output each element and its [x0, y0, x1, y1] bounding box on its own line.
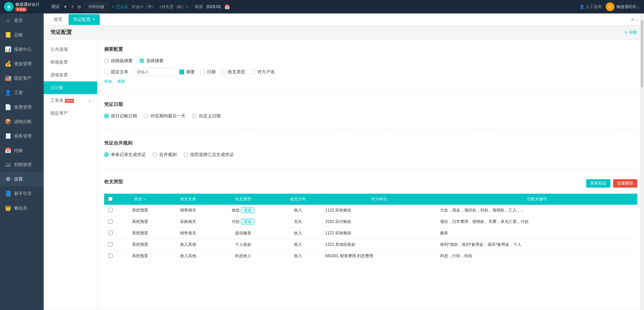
left-nav-public[interactable]: 公共选项 — [44, 43, 97, 56]
left-nav-payroll[interactable]: 工资表NEW › — [44, 94, 97, 107]
left-nav-sales-invoice-label: 销项发票 — [50, 60, 68, 65]
row-1-category: 系统预置 — [116, 205, 164, 216]
avatar: U — [606, 2, 614, 11]
date-last-label: 对应期间最后一天 — [151, 113, 185, 119]
window-maximize-btn[interactable]: □ — [636, 17, 639, 22]
summary-select-label: 选择摘要 — [146, 58, 164, 64]
header-right: 👤 人工咨询 U 畅捷通旺旺... — [579, 2, 640, 11]
sidebar-item-finance[interactable]: 💰 资金管理 — [0, 56, 44, 71]
summary-section: 摘要配置 按模版摘要 选择摘要 固定文本 — [104, 46, 637, 91]
switch-old-btn[interactable]: 切到旧版 — [85, 3, 108, 11]
row-check-3[interactable] — [108, 231, 113, 235]
tab-voucher-label: 凭证配置 — [73, 16, 91, 23]
sidebar-item-home[interactable]: ⌂ 首页 — [0, 13, 44, 28]
tab-home[interactable]: 首页 — [49, 14, 67, 25]
summary-cb-option[interactable]: 摘要 — [179, 69, 195, 75]
row-4-main-type: 收入其他 — [164, 239, 212, 250]
sidebar: ⌂ 首页 📒 总账 📊 报表中心 💰 资金管理 🏭 固定资产 👤 工资 📄 发票… — [0, 13, 44, 310]
table-row: 系统预置 销售相关 收款 置顶 收入 1122 应收账款 欠款，现金，项目款，到… — [104, 205, 637, 216]
summary-select-option[interactable]: 选择摘要 — [139, 58, 164, 64]
row-check-2[interactable] — [108, 219, 113, 224]
fixed-text-input[interactable] — [134, 68, 174, 76]
row-check-1[interactable] — [108, 208, 113, 212]
summary-template-option[interactable]: 按模版摘要 — [104, 58, 133, 64]
sidebar-label-finance: 资金管理 — [14, 61, 32, 67]
tab-close-icon[interactable]: × — [93, 17, 95, 22]
scrollbar[interactable] — [640, 13, 644, 310]
tab-voucher-config[interactable]: 凭证配置 × — [69, 14, 100, 25]
guide-icon: 📘 — [5, 190, 11, 197]
logo-icon: 会 — [4, 2, 13, 11]
cashtype-cb-option[interactable]: 收支类型 — [221, 69, 245, 75]
left-nav-sales-invoice[interactable]: 销项发票 — [44, 56, 97, 69]
certified-label: ✓ 已认证 — [112, 4, 128, 10]
date-journal-radio — [104, 114, 109, 118]
summary-select-radio — [139, 59, 144, 63]
period-value: 2023-02 — [206, 4, 221, 9]
date-journal-option[interactable]: 按日记账日期 — [104, 113, 137, 119]
sidebar-item-archive[interactable]: 🗂 归档管理 — [0, 158, 44, 172]
date-cb-option[interactable]: 日期 — [200, 69, 216, 75]
left-nav-public-label: 公共选项 — [50, 47, 68, 52]
calendar-icon[interactable]: 📅 — [224, 4, 230, 9]
sidebar-item-invoice[interactable]: 📄 发票管理 — [0, 100, 44, 114]
settings-icon[interactable]: ⚙ — [77, 4, 81, 9]
row-1-direction: 收入 — [274, 205, 322, 216]
settings-nav-icon: ⚙ — [5, 176, 11, 182]
update-btn[interactable]: 更新权益 — [586, 179, 610, 188]
sidebar-item-close[interactable]: 📅 结账 — [0, 143, 44, 158]
sidebar-item-purchase[interactable]: 📦 进销台账 — [0, 114, 44, 129]
merge-rule-label: 合并规则 — [159, 152, 177, 158]
left-nav-purchase-invoice[interactable]: 进项发票 — [44, 69, 97, 81]
col-account: 对方科目 — [322, 194, 437, 205]
left-nav-fixed-assets[interactable]: 固定资产 — [44, 107, 97, 120]
sidebar-item-assets[interactable]: 🏭 固定资产 — [0, 71, 44, 85]
top-tag-1[interactable]: 置顶 — [241, 207, 254, 213]
counterparty-cb-option[interactable]: 对方户名 — [251, 69, 275, 75]
date-custom-label: 自定义日期 — [199, 113, 221, 119]
date-last-option[interactable]: 对应期间最后一天 — [144, 113, 185, 119]
left-nav-fixed-assets-label: 固定资产 — [50, 111, 68, 116]
archive-icon: 🗂 — [5, 162, 11, 168]
date-custom-radio — [192, 114, 197, 118]
refresh-btn[interactable]: ↻ 刷新 — [625, 30, 637, 35]
sidebar-item-reports[interactable]: 📊 报表中心 — [0, 42, 44, 56]
row-2-category: 系统预置 — [116, 216, 164, 228]
refresh-label: 刷新 — [629, 30, 637, 35]
tab-bar: 首页 凭证配置 × ✕ □ — [44, 13, 644, 26]
window-close-btn[interactable]: ✕ — [631, 17, 635, 22]
consult-label: 人工咨询 — [586, 4, 602, 9]
merge-single-option[interactable]: 单条记录生成凭证 — [104, 152, 146, 158]
table-row: 系统预置 收入其他 个人收款 收入 1221 其他应收款 收到*借款，收到*备用… — [104, 239, 637, 250]
left-nav-journal[interactable]: 日记账 — [44, 81, 97, 94]
consult-btn[interactable]: 👤 人工咨询 — [579, 4, 602, 10]
merge-rule-option[interactable]: 合并规则 — [153, 152, 177, 158]
sidebar-item-salary[interactable]: 👤 工资 — [0, 85, 44, 100]
select-all-checkbox[interactable] — [108, 197, 113, 201]
sidebar-item-guide[interactable]: 📘 新手引导 — [0, 186, 44, 201]
add-icon[interactable]: + — [71, 4, 74, 10]
row-check-4[interactable] — [108, 242, 113, 246]
dropdown-icon[interactable]: ▼ — [63, 4, 68, 9]
sidebar-item-settings[interactable]: ⚙ 设置 — [0, 172, 44, 186]
user-area[interactable]: U 畅捷通旺旺... — [606, 2, 640, 11]
delete-btn[interactable]: 批量删除 — [613, 179, 637, 188]
merge-summary-option[interactable]: 按照选择汇总生成凭证 — [183, 152, 234, 158]
row-4-direction: 收入 — [274, 239, 322, 250]
sidebar-label-archive: 归档管理 — [14, 162, 32, 168]
row-check-5[interactable] — [108, 254, 113, 258]
sidebar-item-member[interactable]: 👑 畅会员 — [0, 201, 44, 215]
row-3-category: 系统预置 — [116, 228, 164, 239]
row-3-keywords: 服务 — [437, 228, 637, 239]
sidebar-item-ledger[interactable]: 📒 总账 — [0, 28, 44, 42]
invoice-icon: 📄 — [5, 104, 11, 110]
content-area: 公共选项 销项发票 进项发票 日记账 工资表NEW › 固定资产 摘要配 — [44, 40, 644, 309]
merge-radio-group: 单条记录生成凭证 合并规则 按照选择汇总生成凭证 — [104, 152, 637, 158]
row-3-sub-type: 提供服务 — [212, 228, 274, 239]
date-custom-option[interactable]: 自定义日期 — [192, 113, 221, 119]
sidebar-label-salary: 工资 — [14, 90, 23, 96]
top-tag-2[interactable]: 置顶 — [241, 219, 254, 225]
fixed-text-option[interactable]: 固定文本 — [104, 69, 128, 75]
sidebar-item-tax[interactable]: 🧾 税务管理 — [0, 129, 44, 143]
table-row: 系统预置 收入其他 利息收入 收入 660301 财务费用 利息费用 利息，行转… — [104, 250, 637, 262]
